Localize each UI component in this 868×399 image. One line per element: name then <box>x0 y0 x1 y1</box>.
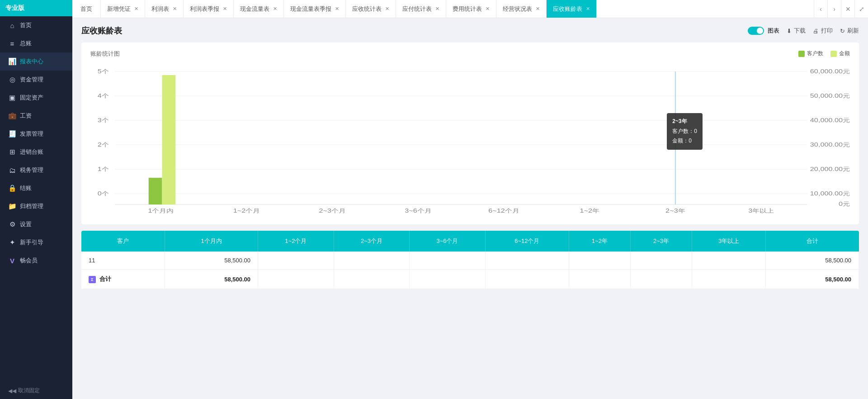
sidebar-item-salary[interactable]: 💼 工资 <box>0 107 72 125</box>
reports-icon: 📊 <box>8 57 16 66</box>
svg-text:0个: 0个 <box>98 190 109 196</box>
close-profit-tab[interactable]: ✕ <box>173 6 177 12</box>
col-total: 合计 <box>766 231 859 252</box>
legend-customer-color <box>798 51 805 57</box>
cell-y3 <box>692 252 765 270</box>
tab-biz-status[interactable]: 经营状况表 ✕ <box>496 0 547 18</box>
svg-text:1~2年: 1~2年 <box>580 208 599 214</box>
cell-total-y3 <box>692 270 765 289</box>
sidebar-item-reports[interactable]: 📊 报表中心 <box>0 52 72 71</box>
table-card: 客户 1个月内 1~2个月 2~3个月 3~6个月 6~12个月 1~2年 2~… <box>81 231 859 289</box>
tab-ap-stat[interactable]: 应付统计表 ✕ <box>396 0 446 18</box>
svg-text:2个: 2个 <box>98 142 109 147</box>
closing-icon: 🔒 <box>8 184 16 192</box>
svg-text:50,000.00元: 50,000.00元 <box>810 93 850 99</box>
svg-text:3~6个月: 3~6个月 <box>405 208 431 214</box>
cell-customer: 11 <box>81 252 165 270</box>
chart-svg: 5个 4个 3个 2个 1个 0个 60,000.00元 50,000.00元 … <box>90 63 850 217</box>
sidebar-item-ledger[interactable]: ≡ 总账 <box>0 34 72 52</box>
col-customer: 客户 <box>81 231 165 252</box>
tab-expand-button[interactable]: ⤢ <box>854 0 868 18</box>
col-y3: 3年以上 <box>692 231 765 252</box>
print-button[interactable]: 🖨 打印 <box>813 27 833 35</box>
legend-amount-color <box>830 51 837 57</box>
sidebar-item-assets[interactable]: ▣ 固定资产 <box>0 89 72 107</box>
svg-text:40,000.00元: 40,000.00元 <box>810 117 850 123</box>
tax-icon: 🗂 <box>8 166 16 174</box>
tab-expense[interactable]: 费用统计表 ✕ <box>446 0 496 18</box>
close-biz-status-tab[interactable]: ✕ <box>536 6 540 12</box>
sidebar-item-purchase[interactable]: ⊞ 进销台账 <box>0 143 72 161</box>
download-button[interactable]: ⬇ 下载 <box>787 27 806 35</box>
main-area: 首页 新增凭证 ✕ 利润表 ✕ 利润表季报 ✕ 现金流量表 ✕ 现金流量表季报 … <box>72 0 868 399</box>
data-table: 客户 1个月内 1~2个月 2~3个月 3~6个月 6~12个月 1~2年 2~… <box>81 231 859 289</box>
close-profit-q-tab[interactable]: ✕ <box>223 6 227 12</box>
svg-text:2~3个月: 2~3个月 <box>319 208 345 214</box>
cell-total-m1: 58,500.00 <box>165 270 258 289</box>
cell-y1 <box>569 252 630 270</box>
tab-next-button[interactable]: › <box>827 0 841 18</box>
sidebar-item-invoice[interactable]: 🧾 发票管理 <box>0 125 72 143</box>
sidebar-item-funds[interactable]: ◎ 资金管理 <box>0 71 72 89</box>
tab-close-button[interactable]: ✕ <box>841 0 854 18</box>
svg-text:4个: 4个 <box>98 93 109 99</box>
chart-title: 账龄统计图 <box>90 50 850 58</box>
cell-m2 <box>258 252 334 270</box>
total-icon: Σ <box>89 276 96 283</box>
col-m1: 1个月内 <box>165 231 258 252</box>
sidebar-item-settings[interactable]: ⚙ 设置 <box>0 215 72 233</box>
invoice-icon: 🧾 <box>8 130 16 138</box>
col-y1: 1~2年 <box>569 231 630 252</box>
close-ar-aging-tab[interactable]: ✕ <box>586 6 590 12</box>
page-title: 应收账龄表 <box>81 25 122 36</box>
sidebar: 专业版 ⌂ 首页 ≡ 总账 📊 报表中心 ◎ 资金管理 ▣ 固定资产 💼 工资 … <box>0 0 72 399</box>
cell-total-m6 <box>410 270 486 289</box>
table-header-row: 客户 1个月内 1~2个月 2~3个月 3~6个月 6~12个月 1~2年 2~… <box>81 231 859 252</box>
chart-toggle-label: 图表 <box>768 27 779 35</box>
tab-ar-stat[interactable]: 应收统计表 ✕ <box>346 0 396 18</box>
tab-ar-aging[interactable]: 应收账龄表 ✕ <box>547 0 597 18</box>
close-expense-tab[interactable]: ✕ <box>486 6 490 12</box>
tab-cashflow-q[interactable]: 现金流量表季报 ✕ <box>284 0 346 18</box>
tab-voucher[interactable]: 新增凭证 ✕ <box>101 0 145 18</box>
page-header: 应收账龄表 图表 ⬇ 下载 🖨 打印 ↻ 刷新 <box>81 25 859 36</box>
tab-home[interactable]: 首页 <box>72 0 101 18</box>
tab-prev-button[interactable]: ‹ <box>814 0 827 18</box>
app-logo: 专业版 <box>0 0 72 16</box>
tab-profit-q[interactable]: 利润表季报 ✕ <box>184 0 234 18</box>
svg-text:0元: 0元 <box>839 201 850 207</box>
legend-amount: 金额 <box>830 50 850 57</box>
sidebar-item-archive[interactable]: 📁 归档管理 <box>0 197 72 215</box>
svg-text:2~3年: 2~3年 <box>665 208 685 214</box>
close-cashflow-tab[interactable]: ✕ <box>273 6 277 12</box>
close-voucher-tab[interactable]: ✕ <box>134 6 138 12</box>
bar-m1-amount <box>162 75 176 204</box>
chart-toggle[interactable] <box>748 27 764 35</box>
close-ar-stat-tab[interactable]: ✕ <box>385 6 389 12</box>
sidebar-item-home[interactable]: ⌂ 首页 <box>0 16 72 34</box>
close-ap-stat-tab[interactable]: ✕ <box>435 6 439 12</box>
svg-text:20,000.00元: 20,000.00元 <box>810 166 850 172</box>
salary-icon: 💼 <box>8 112 16 120</box>
svg-text:3年以上: 3年以上 <box>748 208 774 214</box>
sidebar-item-closing[interactable]: 🔒 结账 <box>0 179 72 197</box>
page-actions: 图表 ⬇ 下载 🖨 打印 ↻ 刷新 <box>748 27 859 35</box>
sidebar-item-guide[interactable]: ✦ 新手引导 <box>0 233 72 252</box>
cell-total-y1 <box>569 270 630 289</box>
tab-cashflow[interactable]: 现金流量表 ✕ <box>234 0 284 18</box>
close-cashflow-q-tab[interactable]: ✕ <box>335 6 339 12</box>
settings-icon: ⚙ <box>8 220 16 228</box>
download-icon: ⬇ <box>787 28 792 34</box>
ledger-icon: ≡ <box>8 40 16 48</box>
unpin-button[interactable]: ◀◀ 取消固定 <box>0 382 72 399</box>
table-total-row: Σ 合计 58,500.00 58,500.00 <box>81 270 859 289</box>
svg-text:3个: 3个 <box>98 117 109 123</box>
cell-m1: 58,500.00 <box>165 252 258 270</box>
archive-icon: 📁 <box>8 202 16 210</box>
sidebar-item-member[interactable]: V 畅会员 <box>0 252 72 270</box>
svg-text:1~2个月: 1~2个月 <box>233 208 260 214</box>
sidebar-item-tax[interactable]: 🗂 税务管理 <box>0 161 72 179</box>
cell-m3 <box>334 252 410 270</box>
tab-profit[interactable]: 利润表 ✕ <box>145 0 184 18</box>
refresh-button[interactable]: ↻ 刷新 <box>840 27 859 35</box>
